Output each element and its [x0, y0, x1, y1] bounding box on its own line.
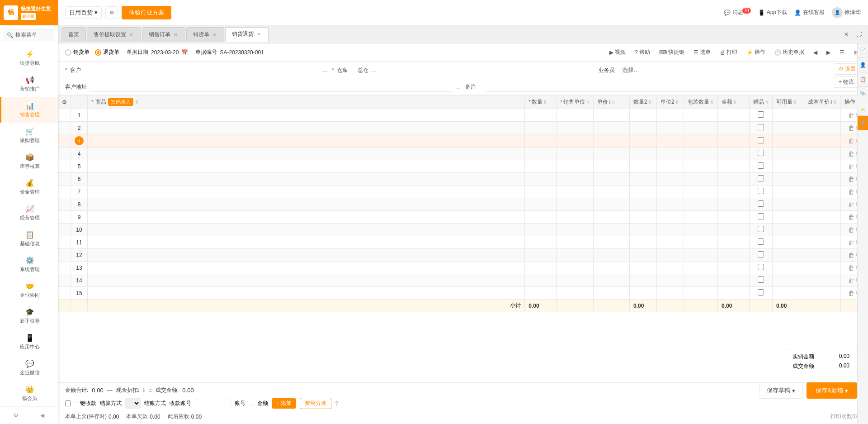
qty-cell-15[interactable]: [525, 287, 557, 300]
amount-cell-7[interactable]: [718, 186, 750, 198]
qty-cell-13[interactable]: [525, 262, 557, 274]
cost-price-cell-10[interactable]: [804, 224, 841, 236]
add-payment-btn[interactable]: + 添加: [272, 398, 296, 409]
next-btn[interactable]: ▶: [824, 48, 833, 57]
product-cell-13[interactable]: [88, 262, 525, 274]
available-cell-8[interactable]: [773, 198, 804, 211]
qty-cell-6[interactable]: [525, 173, 557, 186]
pack-qty-cell-12[interactable]: [684, 249, 718, 262]
product-cell-8[interactable]: [88, 198, 525, 211]
gift-checkbox-6[interactable]: [758, 175, 764, 181]
cost-sort-icon[interactable]: ⇅: [833, 100, 837, 105]
delete-row-2-icon[interactable]: 🗑: [848, 124, 854, 132]
price-cell-8[interactable]: [594, 198, 630, 211]
amount-cell-13[interactable]: [718, 262, 750, 274]
qty-cell-1[interactable]: [525, 109, 557, 122]
qty2-cell-13[interactable]: [630, 262, 657, 274]
address-dots[interactable]: ...: [456, 84, 461, 90]
gift-checkbox-10[interactable]: [758, 226, 764, 232]
tab-sale-price[interactable]: 售价提取设置 ✕: [87, 27, 141, 42]
product-cell-11[interactable]: [88, 236, 525, 249]
user-profile-item[interactable]: 👤 徐泽华: [832, 7, 861, 18]
available-cell-15[interactable]: [773, 287, 804, 300]
tab-close-sale-price[interactable]: ✕: [128, 31, 134, 38]
qty2-cell-3[interactable]: [630, 134, 657, 148]
header-settings-button[interactable]: ⚙: [105, 6, 118, 19]
delete-row-9-icon[interactable]: 🗑: [848, 214, 854, 221]
delete-row-8-icon[interactable]: 🗑: [848, 201, 854, 208]
gift-cell-15[interactable]: [750, 287, 773, 300]
qty2-cell-2[interactable]: [630, 122, 657, 134]
search-menu-button[interactable]: 🔍 搜索菜单: [4, 29, 54, 41]
cost-price-cell-6[interactable]: [804, 173, 841, 186]
experience-button[interactable]: 体验行业方案: [122, 6, 171, 19]
price-cell-13[interactable]: [594, 262, 630, 274]
price-sort-icon[interactable]: ⇅: [612, 100, 615, 105]
qty2-cell-1[interactable]: [630, 109, 657, 122]
sale-unit-cell-15[interactable]: [557, 287, 594, 300]
right-panel-icon-6[interactable]: 🔗: [858, 116, 868, 130]
product-cell-2[interactable]: [88, 122, 525, 134]
notification-item[interactable]: 💬 消息 70: [724, 9, 751, 16]
gift-cell-10[interactable]: [750, 224, 773, 236]
tab-close-sale-shipment[interactable]: ✕: [211, 31, 217, 38]
qty2-cell-5[interactable]: [630, 160, 657, 173]
product-cell-6[interactable]: [88, 173, 525, 186]
qty-cell-7[interactable]: [525, 186, 557, 198]
tab-close-sale-return[interactable]: ✕: [255, 31, 262, 38]
right-panel-icon-2[interactable]: 👤: [858, 58, 868, 72]
gift-checkbox-7[interactable]: [758, 188, 764, 194]
table-settings-icon[interactable]: ⚙: [62, 99, 67, 105]
radio-sale-shipment[interactable]: 销货单: [65, 48, 90, 56]
sale-unit-cell-7[interactable]: [557, 186, 594, 198]
gift-cell-9[interactable]: [750, 211, 773, 224]
price-cell-10[interactable]: [594, 224, 630, 236]
pack-qty-cell-13[interactable]: [684, 262, 718, 274]
right-panel-icon-3[interactable]: 📋: [858, 72, 868, 87]
sale-unit-cell-10[interactable]: [557, 224, 594, 236]
amount-cell-6[interactable]: [718, 173, 750, 186]
gift-cell-4[interactable]: [750, 148, 773, 160]
available-cell-9[interactable]: [773, 211, 804, 224]
cost-price-cell-7[interactable]: [804, 186, 841, 198]
avail-sort-icon[interactable]: ⇅: [793, 100, 797, 105]
unit2-cell-9[interactable]: [657, 211, 684, 224]
qty-cell-3[interactable]: [525, 134, 557, 148]
cost-price-cell-1[interactable]: [804, 109, 841, 122]
sidebar-item-basic-info[interactable]: 📋 基础信息: [0, 226, 58, 252]
qty-cell-5[interactable]: [525, 160, 557, 173]
sidebar-settings-btn[interactable]: ⚙: [4, 410, 28, 420]
sale-unit-cell-13[interactable]: [557, 262, 594, 274]
cost-price-cell-13[interactable]: [804, 262, 841, 274]
available-cell-10[interactable]: [773, 224, 804, 236]
customer-input[interactable]: [91, 65, 320, 75]
sidebar-item-wechat[interactable]: 💬 企业微信: [0, 355, 58, 381]
unit2-cell-1[interactable]: [657, 109, 684, 122]
gift-checkbox-1[interactable]: [758, 111, 764, 118]
delete-row-6-icon[interactable]: 🗑: [848, 176, 854, 183]
app-download-item[interactable]: 📱 App下载: [758, 9, 787, 16]
available-cell-5[interactable]: [773, 160, 804, 173]
tab-home[interactable]: 首页: [61, 27, 86, 42]
qty2-cell-9[interactable]: [630, 211, 657, 224]
gift-checkbox-4[interactable]: [758, 150, 764, 156]
cost-price-cell-2[interactable]: [804, 122, 841, 134]
maximize-btn[interactable]: ⛶: [854, 29, 864, 40]
gift-cell-7[interactable]: [750, 186, 773, 198]
qty2-cell-4[interactable]: [630, 148, 657, 160]
pack-qty-cell-6[interactable]: [684, 173, 718, 186]
product-input-3[interactable]: [91, 138, 521, 144]
qty2-cell-7[interactable]: [630, 186, 657, 198]
unit2-cell-8[interactable]: [657, 198, 684, 211]
sidebar-collapse-btn[interactable]: ◀: [30, 410, 54, 420]
tab-sale-shipment[interactable]: 销货单 ✕: [186, 27, 224, 42]
product-sort-icon[interactable]: ⇅: [135, 100, 139, 105]
delete-row-10-icon[interactable]: 🗑: [848, 226, 854, 233]
product-cell-15[interactable]: [88, 287, 525, 300]
price-cell-14[interactable]: [594, 274, 630, 287]
amount-cell-15[interactable]: [718, 287, 750, 300]
available-cell-13[interactable]: [773, 262, 804, 274]
sale-unit-cell-1[interactable]: [557, 109, 594, 122]
gift-cell-14[interactable]: [750, 274, 773, 287]
unit2-cell-14[interactable]: [657, 274, 684, 287]
